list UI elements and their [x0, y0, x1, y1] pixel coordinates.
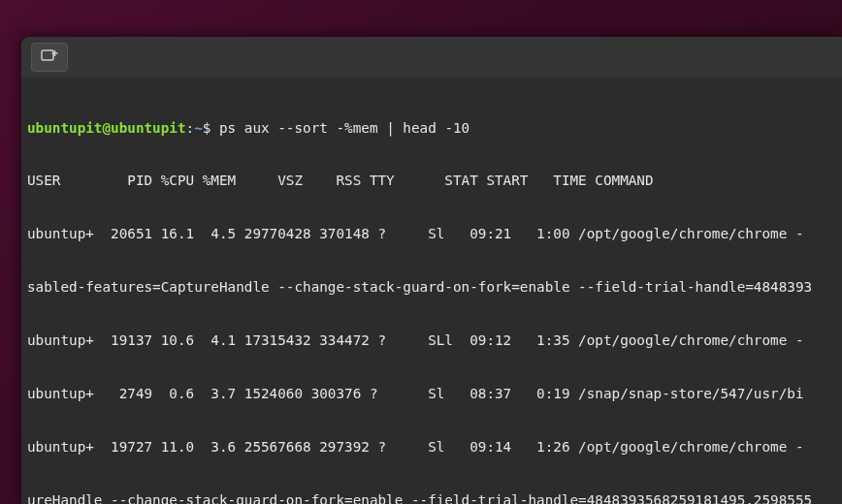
output-line: ubuntup+ 19137 10.6 4.1 17315432 334472 …	[27, 331, 836, 349]
output-line: sabled-features=CaptureHandle --change-s…	[27, 278, 836, 296]
svg-rect-0	[42, 50, 53, 60]
output-line: ubuntup+ 19727 11.0 3.6 25567668 297392 …	[27, 438, 836, 456]
new-tab-icon	[41, 47, 58, 67]
prompt-symbol: $	[203, 120, 211, 136]
prompt-user: ubuntupit@ubuntupit	[27, 120, 186, 136]
output-line: ubuntup+ 20651 16.1 4.5 29770428 370148 …	[27, 225, 836, 242]
output-line: ureHandle --change-stack-guard-on-fork=e…	[27, 491, 836, 504]
output-line: ubuntup+ 2749 0.6 3.7 1524060 300376 ? S…	[27, 385, 836, 402]
command-text: ps aux --sort -%mem | head -10	[219, 120, 470, 136]
titlebar	[21, 37, 842, 78]
prompt-path: ~	[194, 120, 203, 136]
new-tab-button[interactable]	[31, 43, 68, 72]
terminal-window: ubuntupit@ubuntupit:~$ ps aux --sort -%m…	[21, 37, 842, 504]
terminal-output[interactable]: ubuntupit@ubuntupit:~$ ps aux --sort -%m…	[21, 78, 842, 504]
prompt-line-1: ubuntupit@ubuntupit:~$ ps aux --sort -%m…	[27, 119, 836, 137]
ps-header: USER PID %CPU %MEM VSZ RSS TTY STAT STAR…	[27, 172, 836, 189]
